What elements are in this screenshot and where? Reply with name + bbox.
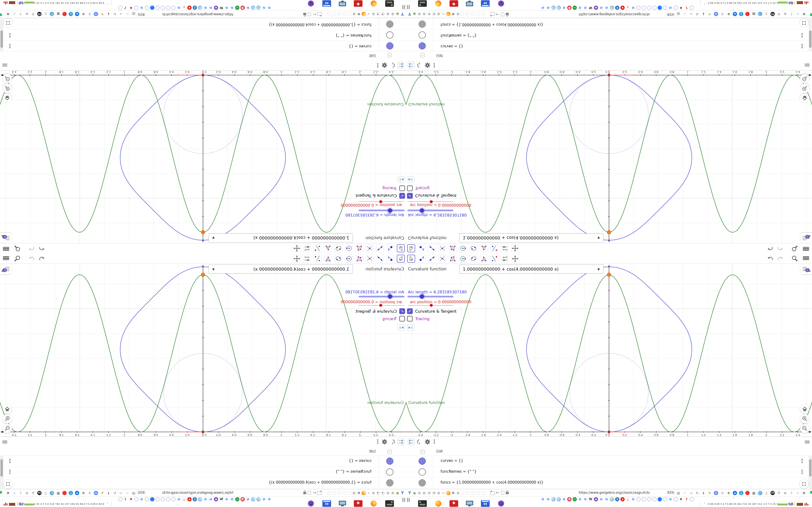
folder-icon[interactable] <box>490 492 495 495</box>
curvature-tangent-checkbox[interactable]: ✓ <box>399 308 405 314</box>
favicon-G[interactable]: G <box>668 497 672 501</box>
reflect-tool-button[interactable] <box>314 244 322 252</box>
plus-blue-icon[interactable]: + <box>733 491 737 495</box>
trash-icon[interactable]: ▦ <box>752 12 756 16</box>
thumb-icon[interactable]: ⇧ <box>18 12 23 16</box>
gauge-icon[interactable]: ◔ <box>376 491 380 495</box>
pen-icon[interactable]: ✎ <box>708 12 712 16</box>
globe-icon[interactable]: ⊕ <box>391 12 395 16</box>
gear-icon[interactable]: ✱ <box>357 12 361 16</box>
clipboard-icon[interactable]: ▯ <box>44 12 48 16</box>
favicon-G[interactable]: G <box>203 497 208 501</box>
kebab-icon[interactable] <box>377 439 378 445</box>
favicon-ring[interactable] <box>118 6 122 10</box>
forward-icon[interactable]: → <box>119 12 123 16</box>
folder-icon[interactable] <box>317 492 322 495</box>
visibility-marble[interactable] <box>386 468 394 475</box>
ghost-extension-icon[interactable] <box>460 491 464 495</box>
monitor-arrow-icon[interactable]: ⌃ <box>704 2 706 5</box>
point-tool-button[interactable]: A <box>418 255 425 263</box>
gear-icon[interactable]: ✱ <box>81 12 86 16</box>
search-icon[interactable] <box>791 245 798 252</box>
zoom-in-button[interactable] <box>3 83 12 93</box>
reload-icon[interactable]: ↻ <box>695 491 699 495</box>
down-blue-icon[interactable]: ↓ <box>739 12 743 16</box>
style-bar-button[interactable] <box>800 264 812 274</box>
favicon-G[interactable]: G <box>541 6 545 10</box>
angle-tool-button[interactable]: α <box>324 244 332 252</box>
style-bar-button[interactable] <box>800 233 812 243</box>
algebra-row-curves[interactable]: curves = {} <box>406 456 812 467</box>
play-button[interactable]: ▶❙ <box>407 325 414 331</box>
algebra-row-funcs[interactable]: funcs = {1.000000000000 + cos(4.00000000… <box>406 477 812 489</box>
search-icon[interactable] <box>14 255 21 262</box>
algebra-view-button[interactable] <box>408 62 414 68</box>
globe-icon[interactable]: ⊕ <box>371 12 375 16</box>
wrench-icon[interactable]: ✓ <box>441 12 446 16</box>
drive-icon[interactable] <box>418 0 427 7</box>
algebra-row-funcnames[interactable]: funcNames = {" "} <box>0 467 406 477</box>
line-tool-button[interactable] <box>376 255 384 263</box>
chevron-up-icon[interactable]: ⌃ <box>732 497 735 500</box>
shield-icon[interactable] <box>501 12 504 16</box>
favicon-G[interactable]: G <box>541 497 545 501</box>
globe-icon[interactable]: ⊕ <box>24 491 29 495</box>
ellipse-tool-button[interactable] <box>469 244 477 252</box>
favicon-ring[interactable] <box>642 6 646 10</box>
floppy64-icon[interactable]: 64 <box>481 0 490 7</box>
wrench-icon[interactable]: ✓ <box>12 491 16 495</box>
star-icon[interactable]: ☆ <box>125 491 130 495</box>
zoom-out-button[interactable] <box>3 74 12 83</box>
back-arrow-icon[interactable]: ← <box>313 490 316 495</box>
gear-icon[interactable]: ✱ <box>451 491 455 495</box>
favicon-ring[interactable] <box>663 497 667 501</box>
line-tool-button[interactable] <box>428 255 436 263</box>
visibility-marble[interactable] <box>386 457 394 465</box>
favicon-reddot[interactable]: ● <box>620 497 625 501</box>
red-gear-icon[interactable]: ✱ <box>354 500 362 507</box>
zoom-in-button[interactable] <box>3 414 12 424</box>
home-button[interactable] <box>3 94 12 103</box>
favicon-ring[interactable] <box>134 497 139 501</box>
favicon-YA[interactable]: Я <box>567 6 571 10</box>
favicon-ring[interactable] <box>642 497 646 501</box>
ghost-extension-icon[interactable] <box>338 12 341 16</box>
zoom-out-button[interactable] <box>3 424 12 433</box>
ld-icon[interactable]: LD <box>37 12 42 16</box>
kebab-icon[interactable] <box>801 458 803 464</box>
shield-icon[interactable]: ⛨ <box>31 491 35 495</box>
globe-icon[interactable]: ⊕ <box>371 491 375 495</box>
star-icon[interactable]: ☆ <box>125 12 130 16</box>
favicon-ring[interactable] <box>663 6 667 10</box>
favicon-G[interactable]: G <box>267 497 271 501</box>
zoom-level-badge[interactable]: 81% <box>666 491 675 495</box>
clipboard-icon[interactable]: ▯ <box>764 12 768 16</box>
gear-icon[interactable] <box>382 62 388 68</box>
zoom-out-button[interactable] <box>800 424 809 433</box>
back-arrow-icon[interactable]: ← <box>496 490 499 495</box>
forward-icon[interactable]: → <box>689 12 693 16</box>
gear-icon[interactable]: ✱ <box>802 491 806 495</box>
favicon-ring[interactable] <box>647 6 651 10</box>
reload-icon[interactable]: ↻ <box>113 491 117 495</box>
translate-icon[interactable]: ▤ <box>132 12 136 16</box>
pen-icon[interactable]: ✎ <box>708 491 712 495</box>
favicon-gear[interactable]: ✱ <box>129 6 133 10</box>
favicon-ring[interactable] <box>161 6 165 10</box>
graphics-view[interactable]: -2.4-2.2-2-1.8-1.6-1.4-1.2-1-0.8-0.6-0.4… <box>406 264 812 437</box>
favicon-G[interactable]: G <box>583 6 588 10</box>
graphics-view[interactable]: -2.4-2.2-2-1.8-1.6-1.4-1.2-1-0.8-0.6-0.4… <box>406 70 812 243</box>
favicon-YA[interactable]: Я <box>241 497 245 501</box>
arc-position-slider-knob[interactable] <box>430 201 433 203</box>
favicon-wave[interactable]: ~ <box>235 6 240 10</box>
favicon-f[interactable]: f <box>684 6 689 10</box>
visibility-marble[interactable] <box>386 479 394 487</box>
ghost-extension-icon[interactable] <box>332 12 336 16</box>
collapse-icon[interactable]: − <box>388 450 392 454</box>
back-arrow-icon[interactable]: ← <box>313 12 316 17</box>
favicon-G[interactable]: G <box>562 6 566 10</box>
function-combobox[interactable]: 1.000000000000 + cos(4.000000000000 x) ▼ <box>209 265 353 274</box>
monitor-icon[interactable] <box>338 0 347 7</box>
scrollbar-thumb[interactable] <box>809 31 812 48</box>
curvature-tangent-checkbox[interactable]: ✓ <box>399 193 405 199</box>
